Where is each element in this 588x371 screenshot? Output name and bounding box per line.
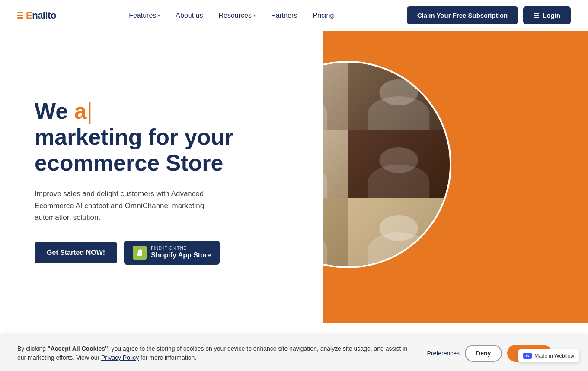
hero-heading: We a| marketing for your ecommerce Store bbox=[35, 98, 297, 176]
get-started-button[interactable]: Get Started NOW! bbox=[35, 242, 117, 263]
face-cell-3 bbox=[323, 130, 348, 198]
face-cell-5 bbox=[323, 198, 348, 266]
hero-image-area bbox=[323, 31, 588, 323]
hero-description: Improve sales and delight customers with… bbox=[35, 188, 242, 223]
shopify-app-store-button[interactable]: FIND IT ON THE Shopify App Store bbox=[124, 241, 220, 265]
faces-grid bbox=[323, 61, 451, 268]
nav-links: Features ▾ About us Resources ▾ Partners… bbox=[129, 12, 334, 19]
logo-bar-3 bbox=[17, 17, 23, 19]
avatar-body-2 bbox=[368, 96, 430, 130]
nav-item-partners[interactable]: Partners bbox=[271, 12, 297, 19]
chevron-down-icon: ▾ bbox=[253, 13, 256, 18]
text-cursor: | bbox=[86, 98, 93, 124]
nav-link-partners[interactable]: Partners bbox=[271, 12, 297, 19]
logo-text: Enalito bbox=[26, 10, 56, 21]
nav-item-features[interactable]: Features ▾ bbox=[129, 12, 160, 19]
avatar-body-5 bbox=[323, 232, 327, 266]
hamburger-icon: ☰ bbox=[534, 12, 539, 19]
avatar-body-4 bbox=[368, 165, 430, 199]
nav-item-resources[interactable]: Resources ▾ bbox=[218, 12, 255, 19]
nav-actions: Claim Your Free Subscription ☰ Login bbox=[407, 6, 571, 24]
person-avatar-5 bbox=[323, 198, 348, 266]
nav-item-about[interactable]: About us bbox=[176, 12, 203, 19]
nav-link-about[interactable]: About us bbox=[176, 12, 203, 19]
person-avatar-1 bbox=[323, 63, 348, 130]
nav-link-resources[interactable]: Resources ▾ bbox=[218, 12, 255, 19]
hero-section: We a| marketing for your ecommerce Store… bbox=[0, 31, 588, 323]
faces-circle-container bbox=[323, 61, 477, 294]
avatar-body-1 bbox=[323, 96, 327, 130]
claim-subscription-button[interactable]: Claim Your Free Subscription bbox=[407, 6, 518, 24]
face-cell-4 bbox=[348, 130, 450, 198]
person-avatar-2 bbox=[348, 63, 450, 130]
logo-link[interactable]: Enalito bbox=[17, 10, 56, 21]
face-cell-2 bbox=[348, 63, 450, 130]
logo-icon bbox=[17, 12, 23, 19]
shopify-icon bbox=[133, 246, 147, 260]
chevron-down-icon: ▾ bbox=[158, 13, 160, 18]
nav-link-pricing[interactable]: Pricing bbox=[313, 12, 334, 19]
face-cell-6 bbox=[348, 198, 450, 266]
hero-content: We a| marketing for your ecommerce Store… bbox=[0, 31, 323, 323]
avatar-body-6 bbox=[368, 232, 430, 266]
logo-bars bbox=[17, 12, 23, 19]
person-avatar-4 bbox=[348, 130, 450, 198]
nav-link-features[interactable]: Features ▾ bbox=[129, 12, 160, 19]
shopify-badge: FIND IT ON THE Shopify App Store bbox=[151, 246, 211, 259]
face-cell-1 bbox=[323, 63, 348, 130]
avatar-body-3 bbox=[323, 165, 327, 199]
hero-buttons: Get Started NOW! FIND IT ON THE Shopify … bbox=[35, 241, 297, 265]
nav-item-pricing[interactable]: Pricing bbox=[313, 12, 334, 19]
main-navigation: Enalito Features ▾ About us Resources ▾ … bbox=[0, 0, 588, 31]
logo-bar-2 bbox=[17, 15, 23, 16]
person-avatar-3 bbox=[323, 130, 348, 198]
logo-bar-1 bbox=[17, 12, 23, 13]
login-button[interactable]: ☰ Login bbox=[523, 6, 571, 24]
person-avatar-6 bbox=[348, 198, 450, 266]
